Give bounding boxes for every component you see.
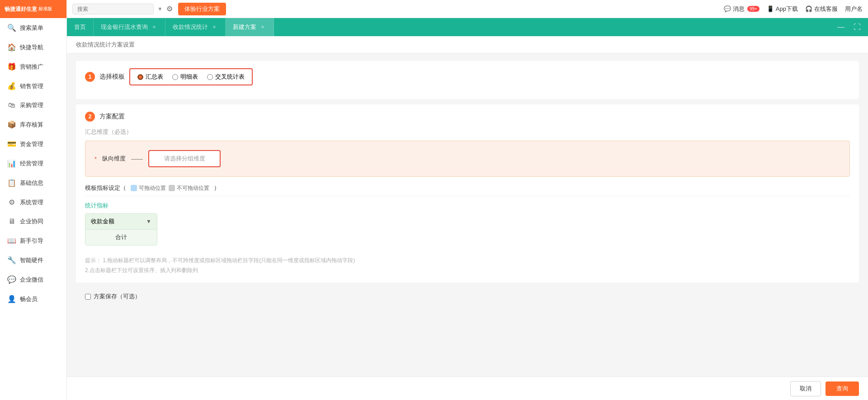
management-icon: 📊 <box>7 159 16 168</box>
hardware-icon: 🔧 <box>7 256 16 264</box>
sidebar-item-basic-info[interactable]: 📋 基础信息 <box>0 173 66 193</box>
sidebar-item-management[interactable]: 📊 经营管理 <box>0 154 66 173</box>
tab-new-plan[interactable]: 新建方案 × <box>226 18 274 36</box>
sidebar-item-label: 新手引导 <box>20 237 43 245</box>
hint-section: 提示： 1.拖动标题栏可以调整布局，不可跨维度或指标区域拖动栏目字段(只能在同一… <box>85 256 850 275</box>
member-icon: 👤 <box>7 295 16 303</box>
tab-bank-flow-close[interactable]: × <box>151 24 158 31</box>
radio-cross[interactable]: 交叉统计表 <box>207 73 245 81</box>
legend-non-draggable: 不可拖动位置 <box>169 184 209 192</box>
system-icon: ⚙ <box>7 198 16 207</box>
tab-receipt-stats-close[interactable]: × <box>211 24 218 31</box>
sidebar-item-purchase[interactable]: 🛍 采购管理 <box>0 96 66 115</box>
draggable-dot <box>131 185 137 191</box>
sidebar-item-capital[interactable]: 💳 资金管理 <box>0 134 66 154</box>
save-plan-checkbox-label[interactable]: 方案保存（可选） <box>85 292 141 301</box>
tab-bar: 首页 现金银行流水查询 × 收款情况统计 × 新建方案 × — ⛶ <box>67 18 868 36</box>
hint-1: 提示： 1.拖动标题栏可以调整布局，不可跨维度或指标区域拖动栏目字段(只能在同一… <box>85 256 850 266</box>
radio-summary-input[interactable] <box>137 74 143 80</box>
indicator-table-header[interactable]: 收款金额 ▼ <box>85 214 157 230</box>
sidebar-item-label: 快捷导航 <box>20 43 43 52</box>
indicator-table: 收款金额 ▼ 合计 <box>85 213 157 245</box>
user-name[interactable]: 用户名 <box>845 5 863 13</box>
stats-indicator-section: 统计指标 收款金额 ▼ 合计 <box>85 202 850 247</box>
dimension-select[interactable]: 请选择分组维度 <box>148 150 221 167</box>
radio-detail[interactable]: 明细表 <box>172 73 198 81</box>
settings-gear-icon[interactable]: ⚙ <box>166 5 173 13</box>
sidebar-item-wechat[interactable]: 💬 企业微信 <box>0 270 66 289</box>
tab-new-plan-close[interactable]: × <box>259 24 266 31</box>
page-footer: 方案保存（可选） <box>76 288 859 305</box>
search-menu-icon: 🔍 <box>7 24 16 32</box>
sidebar-item-label: 搜索菜单 <box>20 24 43 32</box>
purchase-icon: 🛍 <box>7 101 16 109</box>
trial-button[interactable]: 体验行业方案 <box>178 3 226 15</box>
sidebar-item-guide[interactable]: 📖 新手引导 <box>0 231 66 250</box>
indicator-close-paren: ） <box>214 184 220 192</box>
main-area: ▼ ⚙ 体验行业方案 💬 消息 99+ 📱 App下载 🎧 在线客服 用户名 首… <box>67 0 868 400</box>
step1-badge: 1 <box>85 72 95 82</box>
sidebar-item-member[interactable]: 👤 畅会员 <box>0 289 66 309</box>
logo-badge: 标准版 <box>38 6 52 12</box>
indicator-legend: 可拖动位置 不可拖动位置 <box>131 184 209 192</box>
save-plan-checkbox[interactable] <box>85 294 91 300</box>
marketing-icon: 🎁 <box>7 62 16 71</box>
hint-2: 2.点击标题栏下拉可设置排序、插入列和删除列 <box>85 266 850 276</box>
dimension-row: * 纵向维度 —— 请选择分组维度 <box>94 150 840 167</box>
sidebar-item-hardware[interactable]: 🔧 智能硬件 <box>0 250 66 270</box>
sidebar-item-sales[interactable]: 💰 销售管理 <box>0 76 66 96</box>
sidebar-item-label: 经营管理 <box>20 160 43 168</box>
tab-home[interactable]: 首页 <box>67 18 94 36</box>
tab-receipt-stats-label: 收款情况统计 <box>173 23 208 31</box>
quick-nav-icon: 🏠 <box>7 43 16 52</box>
sidebar-item-enterprise[interactable]: 🖥 企业协同 <box>0 212 66 231</box>
indicator-dropdown-icon[interactable]: ▼ <box>146 218 151 225</box>
radio-summary[interactable]: 汇总表 <box>137 73 163 81</box>
enterprise-icon: 🖥 <box>7 217 16 226</box>
tab-receipt-stats[interactable]: 收款情况统计 × <box>165 18 226 36</box>
draggable-label: 可拖动位置 <box>139 184 166 192</box>
tab-bank-flow[interactable]: 现金银行流水查询 × <box>94 18 165 36</box>
cancel-button[interactable]: 取消 <box>790 381 821 396</box>
message-item[interactable]: 💬 消息 99+ <box>724 5 760 13</box>
search-input[interactable] <box>72 4 154 14</box>
stats-indicator-title: 统计指标 <box>85 202 850 210</box>
summary-dimension-text: 汇总维度（必选） <box>85 128 132 135</box>
page-header: 收款情况统计方案设置 <box>67 36 868 54</box>
topbar: ▼ ⚙ 体验行业方案 💬 消息 99+ 📱 App下载 🎧 在线客服 用户名 <box>67 0 868 18</box>
step2-badge: 2 <box>85 112 95 122</box>
minimize-button[interactable]: — <box>835 21 847 33</box>
indicator-column-label: 收款金额 <box>91 217 114 226</box>
dimension-area: * 纵向维度 —— 请选择分组维度 <box>85 141 850 177</box>
page-body: 1 选择模板 汇总表 明细表 交叉统计表 <box>67 54 868 312</box>
sidebar-item-label: 销售管理 <box>20 82 43 90</box>
guide-icon: 📖 <box>7 236 16 245</box>
sidebar-item-system[interactable]: ⚙ 系统管理 <box>0 193 66 212</box>
message-label: 消息 <box>733 5 745 13</box>
query-button[interactable]: 查询 <box>826 381 859 396</box>
indicator-table-total: 合计 <box>85 230 157 245</box>
maximize-button[interactable]: ⛶ <box>851 21 863 33</box>
dropdown-arrow-icon[interactable]: ▼ <box>157 6 163 12</box>
radio-detail-input[interactable] <box>172 74 178 80</box>
sidebar-item-inventory[interactable]: 📦 库存核算 <box>0 115 66 134</box>
sidebar-item-search-menu[interactable]: 🔍 搜索菜单 <box>0 18 66 38</box>
summary-dimension-label: 汇总维度（必选） <box>85 128 850 136</box>
tab-home-label: 首页 <box>74 23 86 31</box>
sidebar-item-label: 企业微信 <box>20 276 43 284</box>
non-draggable-label: 不可拖动位置 <box>177 184 209 192</box>
sidebar-item-quick-nav[interactable]: 🏠 快捷导航 <box>0 38 66 57</box>
radio-summary-label: 汇总表 <box>146 73 163 81</box>
tab-new-plan-label: 新建方案 <box>233 23 256 31</box>
logo-text: 畅捷通好生意 <box>5 5 37 13</box>
indicator-settings-label: 模板指标设定（ <box>85 184 126 192</box>
sidebar-item-label: 库存核算 <box>20 121 43 129</box>
online-service-item[interactable]: 🎧 在线客服 <box>805 5 838 13</box>
download-label: App下载 <box>776 5 798 13</box>
app-download-item[interactable]: 📱 App下载 <box>767 5 798 13</box>
sidebar-logo: 畅捷通好生意 标准版 <box>0 0 66 18</box>
radio-cross-input[interactable] <box>207 74 213 80</box>
vertical-dimension-label: 纵向维度 <box>102 155 126 163</box>
template-radio-group: 汇总表 明细表 交叉统计表 <box>129 68 253 85</box>
sidebar-item-marketing[interactable]: 🎁 营销推广 <box>0 57 66 76</box>
